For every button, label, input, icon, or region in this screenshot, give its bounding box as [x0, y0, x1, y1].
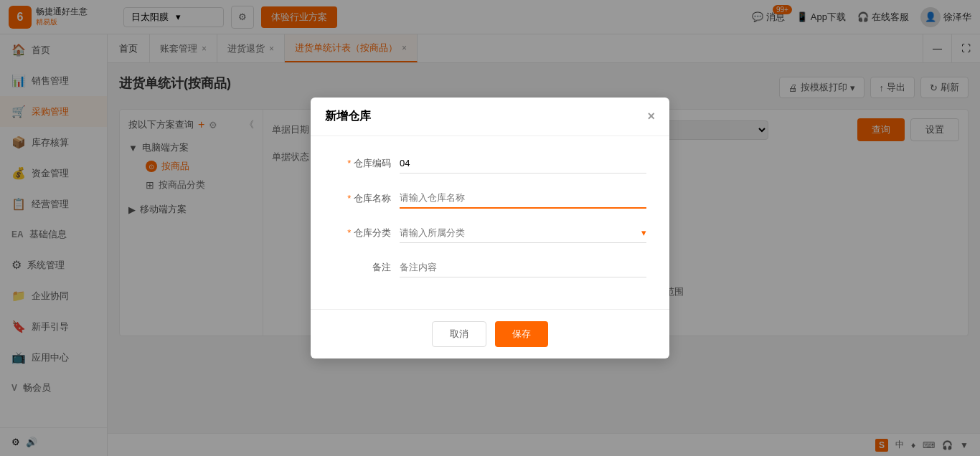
code-label: * 仓库编码: [334, 157, 391, 170]
remark-input[interactable]: [400, 257, 646, 277]
modal-close-icon[interactable]: ×: [647, 109, 655, 124]
warehouse-code-input[interactable]: [400, 153, 646, 174]
modal-body: * 仓库编码 * 仓库名称 * 仓库分类: [311, 136, 669, 309]
modal-header: 新增仓库 ×: [311, 98, 669, 136]
modal-overlay[interactable]: 新增仓库 × * 仓库编码 * 仓库名称: [0, 0, 980, 456]
save-button[interactable]: 保存: [495, 321, 548, 347]
form-row-code: * 仓库编码: [334, 153, 646, 174]
form-row-category: * 仓库分类 ▾: [334, 223, 646, 243]
cancel-button[interactable]: 取消: [432, 321, 486, 347]
modal-title: 新增仓库: [325, 109, 371, 124]
new-warehouse-modal: 新增仓库 × * 仓库编码 * 仓库名称: [311, 98, 669, 358]
remark-label: 备注: [334, 261, 391, 274]
warehouse-name-input[interactable]: [400, 188, 646, 209]
category-select-wrap[interactable]: ▾: [400, 223, 646, 243]
category-label: * 仓库分类: [334, 227, 391, 239]
form-row-remark: 备注: [334, 257, 646, 277]
modal-footer: 取消 保存: [311, 309, 669, 358]
category-dropdown-icon[interactable]: ▾: [641, 227, 646, 238]
name-label: * 仓库名称: [334, 192, 391, 205]
category-input[interactable]: [400, 227, 641, 238]
form-row-name: * 仓库名称: [334, 188, 646, 209]
